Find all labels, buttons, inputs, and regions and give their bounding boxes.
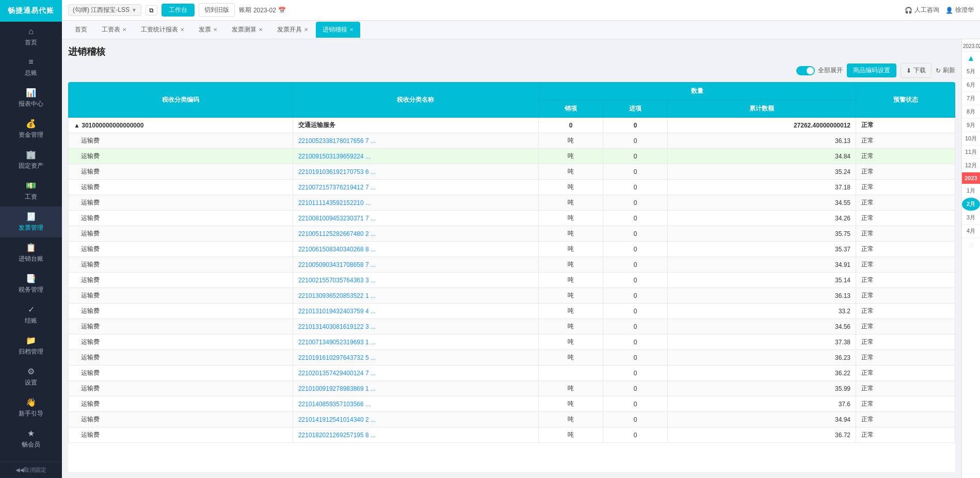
- table-row-sale: 0: [603, 334, 668, 350]
- sidebar-item-fixed-assets[interactable]: 🏢 固定资产: [0, 145, 62, 176]
- calendar-icon[interactable]: 📅: [278, 7, 286, 14]
- table-row-tag: 吨: [538, 304, 603, 319]
- sidebar-item-settings[interactable]: ⚙ 设置: [0, 361, 62, 392]
- expand-toggle[interactable]: [796, 66, 815, 75]
- calendar-month-9[interactable]: 9月: [962, 119, 980, 132]
- tab-reconcile-close[interactable]: ✕: [349, 27, 354, 33]
- table-row-sale: 0: [603, 226, 668, 242]
- table-row-item-name: 运输费: [69, 319, 293, 334]
- table-row-item-name: 运输费: [69, 427, 293, 443]
- calendar-month-5[interactable]: 5月: [962, 65, 980, 78]
- sidebar-item-reports[interactable]: 📊 报表中心: [0, 83, 62, 114]
- back-button[interactable]: 切到旧版: [199, 3, 235, 17]
- calendar-month-2-active[interactable]: 2月: [962, 198, 980, 211]
- table-row-cumulative: 36.72: [668, 427, 856, 443]
- table-row-purchase: 0: [603, 118, 668, 133]
- table-row-cumulative: 33.2: [668, 304, 856, 319]
- user-info[interactable]: 👤 徐澄华: [945, 6, 974, 14]
- download-button[interactable]: ⬇ 下载: [901, 63, 931, 78]
- tab-salary-close[interactable]: ✕: [122, 27, 126, 33]
- tab-reconcile[interactable]: 进销稽核 ✕: [316, 22, 360, 38]
- company-selector[interactable]: (勾绑) 江西报宝-LSS ▼: [68, 4, 141, 16]
- calendar-month-3[interactable]: 3月: [962, 211, 980, 225]
- calendar-month-11[interactable]: 11月: [962, 146, 980, 159]
- sidebar-item-general-ledger[interactable]: ≡ 总账: [0, 52, 62, 83]
- unpin-button[interactable]: ◀◀ 取消固定: [0, 461, 62, 478]
- table-row-tag: 吨: [538, 396, 603, 412]
- table-row-status: 正常: [856, 226, 955, 242]
- calendar-year-2023[interactable]: 2023: [962, 172, 980, 184]
- support-link[interactable]: 🎧 人工咨询: [905, 6, 939, 14]
- table-row-sale: 0: [603, 381, 668, 396]
- table-row-item-name: 运输费: [69, 133, 293, 149]
- workspace-button[interactable]: 工作台: [162, 4, 195, 17]
- table-row-status: 正常: [856, 350, 955, 365]
- tab-invoice-label: 发票: [199, 25, 211, 34]
- sidebar-item-guide[interactable]: 👋 新手引导: [0, 392, 62, 423]
- table-row-cumulative: 34.55: [668, 195, 856, 211]
- sidebar-item-invoice-mgmt[interactable]: 🧾 发票管理: [0, 206, 62, 237]
- table-row-invoice-no: 2210131019432403759 4 ...: [293, 304, 538, 319]
- sidebar-item-fund[interactable]: 💰 资金管理: [0, 114, 62, 145]
- tab-invoice-calc-label: 发票测算: [232, 25, 256, 34]
- table-row-tag: [538, 365, 603, 381]
- sidebar-item-settlement[interactable]: ✓ 结账: [0, 299, 62, 330]
- table-row-status: 正常: [856, 149, 955, 164]
- tab-salary-stats-close[interactable]: ✕: [180, 27, 184, 33]
- tab-invoice-open-close[interactable]: ✕: [304, 27, 308, 33]
- calendar-month-6[interactable]: 6月: [962, 78, 980, 92]
- calendar-month-8[interactable]: 8月: [962, 105, 980, 119]
- copy-button[interactable]: ⧉: [146, 5, 157, 15]
- table-row-tag: 吨: [538, 381, 603, 396]
- sidebar-item-archive[interactable]: 📁 归档管理: [0, 330, 62, 361]
- table-row-tag: 吨: [538, 273, 603, 288]
- table-row-cumulative: 35.14: [668, 273, 856, 288]
- col-tax-name: 税收分类名称: [293, 83, 538, 118]
- tab-invoice-close[interactable]: ✕: [213, 27, 217, 33]
- company-name: (勾绑) 江西报宝-LSS: [73, 6, 130, 14]
- period-value: 2023-02: [253, 7, 276, 14]
- sidebar-item-purchase-sales[interactable]: 📋 进销台账: [0, 237, 62, 268]
- calendar-month-1[interactable]: 1月: [962, 184, 980, 198]
- fund-icon: 💰: [26, 119, 36, 129]
- sidebar-item-salary[interactable]: 💵 工资: [0, 176, 62, 206]
- settings-icon: ⚙: [27, 367, 35, 376]
- page-title: 进销稽核: [68, 45, 955, 58]
- tab-home[interactable]: 首页: [68, 22, 94, 38]
- tab-invoice[interactable]: 发票 ✕: [192, 22, 224, 38]
- table-row-invoice-no: 2210141912541014340 2 ...: [293, 412, 538, 427]
- table-row-item-name: 运输费: [69, 164, 293, 180]
- unpin-icon: ◀◀: [15, 467, 24, 473]
- tab-invoice-calc[interactable]: 发票测算 ✕: [225, 22, 269, 38]
- tab-salary-stats[interactable]: 工资统计报表 ✕: [134, 22, 191, 38]
- sidebar-item-tax[interactable]: 📑 税务管理: [0, 268, 62, 299]
- calendar-month-10[interactable]: 10月: [962, 132, 980, 146]
- sidebar-item-member[interactable]: ★ 畅会员: [0, 423, 62, 454]
- tab-salary[interactable]: 工资表 ✕: [95, 22, 133, 38]
- table-row-tag: 吨: [538, 412, 603, 427]
- table-row-cumulative: 35.37: [668, 242, 856, 257]
- avatar: 👤: [945, 7, 953, 14]
- tab-invoice-open[interactable]: 发票开具 ✕: [270, 22, 315, 38]
- table-row-cumulative: 34.91: [668, 257, 856, 273]
- table-row-status: 正常: [856, 195, 955, 211]
- sidebar: 畅捷通易代账 ⌂ 首页 ≡ 总账 📊 报表中心 💰 资金管理 🏢 固定资产 💵 …: [0, 0, 62, 478]
- calendar-month-7[interactable]: 7月: [962, 92, 980, 105]
- toggle-label: 全部展开: [818, 66, 843, 75]
- table-row-name: 交通运输服务: [293, 118, 538, 133]
- sidebar-item-home[interactable]: ⌂ 首页: [0, 22, 62, 52]
- table-row-status: 正常: [856, 396, 955, 412]
- tab-invoice-calc-close[interactable]: ✕: [259, 27, 263, 33]
- table-row-item-name: 运输费: [69, 211, 293, 226]
- table-row-sale: 0: [603, 195, 668, 211]
- refresh-button[interactable]: ↻ 刷新: [936, 66, 955, 75]
- table-row-sale: 0: [603, 273, 668, 288]
- col-sale: 销项: [538, 100, 603, 118]
- favorite-icon: ☆: [966, 238, 977, 252]
- calendar-month-12[interactable]: 12月: [962, 159, 980, 172]
- calendar-month-4[interactable]: 4月: [962, 225, 980, 238]
- calendar-up-arrow[interactable]: ▲: [965, 52, 977, 65]
- reports-icon: 📊: [26, 88, 36, 98]
- table-row-tag: 吨: [538, 226, 603, 242]
- setting-button[interactable]: 商品编码设置: [847, 63, 896, 77]
